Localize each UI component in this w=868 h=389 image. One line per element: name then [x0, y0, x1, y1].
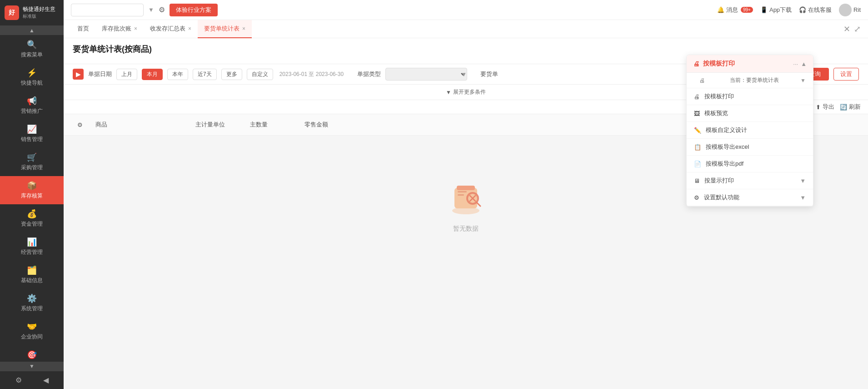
date-btn-this-month[interactable]: 本月 — [142, 69, 163, 80]
tab-close-window-icon[interactable]: ✕ — [843, 24, 850, 34]
online-service-label: 在线客服 — [808, 6, 832, 14]
tab-expand-icon[interactable]: ⤢ — [854, 24, 861, 34]
print-dropdown-printer-icon: 🖨 — [693, 60, 699, 67]
tab-home[interactable]: 首页 — [71, 20, 95, 38]
sidebar-item-quick-nav[interactable]: ⚡ 快捷导航 — [0, 63, 64, 91]
col-header-check[interactable]: ⚙ — [73, 119, 91, 131]
empty-text: 暂无数据 — [453, 225, 479, 233]
template-print-icon: 🖨 — [694, 93, 700, 100]
date-btn-this-year[interactable]: 本年 — [167, 69, 188, 80]
template-design-icon: ✏️ — [694, 127, 701, 134]
print-dropdown-collapse-icon[interactable]: ▲ — [801, 61, 807, 67]
topbar-gear-icon[interactable]: ⚙ — [159, 5, 165, 14]
message-btn[interactable]: 🔔 消息 99+ — [717, 6, 753, 14]
sidebar-item-label: 企业协同 — [21, 333, 43, 341]
print-dropdown: 🖨 按模板打印 ··· ▲ 🖨 当前：要货单统计表 ▼ 🖨 按模板打印 🖼 模 — [686, 55, 813, 207]
sidebar-nav: 🔍 搜索菜单 ⚡ 快捷导航 📢 营销推广 📈 销售管理 🛒 采购管理 📦 库存核… — [0, 35, 64, 362]
online-service-btn[interactable]: 🎧 在线客服 — [799, 6, 832, 14]
sidebar-item-inventory[interactable]: 📦 库存核算 — [0, 176, 64, 204]
template-preview-label: 模板预览 — [704, 109, 728, 117]
chart-icon: 📈 — [27, 124, 37, 134]
app-download-btn[interactable]: 📱 App下载 — [760, 6, 792, 14]
dropdown-item-template-preview[interactable]: 🖼 模板预览 — [687, 105, 813, 122]
tab-order-stats-close[interactable]: × — [242, 25, 245, 32]
refresh-btn[interactable]: 🔄 刷新 — [840, 103, 861, 111]
tab-order-stats[interactable]: 要货单统计表 × — [198, 20, 252, 38]
dropdown-item-template-pdf[interactable]: 📄 按模板导出pdf — [687, 156, 813, 172]
default-func-icon: ⚙ — [694, 194, 699, 201]
sidebar-item-label: 营销推广 — [21, 107, 43, 115]
extra-filter-label: 要货单 — [480, 70, 498, 78]
date-btn-more[interactable]: 更多 — [221, 69, 242, 80]
date-btn-7days[interactable]: 近7天 — [193, 69, 217, 80]
app-version: 标准版 — [23, 13, 55, 20]
tab-receipts-summary-close[interactable]: × — [188, 25, 191, 32]
tab-inventory-batch-close[interactable]: × — [134, 25, 137, 32]
sidebar-settings-icon[interactable]: ⚙ — [15, 376, 22, 384]
sidebar-item-corp[interactable]: 🤝 企业协同 — [0, 317, 64, 345]
sidebar-item-purchase[interactable]: 🛒 采购管理 — [0, 148, 64, 176]
current-template-arrow[interactable]: ▼ — [800, 77, 806, 84]
dropdown-sub-display-print[interactable]: 🖥 按显示打印 ▼ — [687, 172, 813, 189]
topbar: ▼ ⚙ 体验行业方案 🔔 消息 99+ 📱 App下载 🎧 在线客服 Rit — [64, 0, 868, 20]
dropdown-item-template-design[interactable]: ✏️ 模板自定义设计 — [687, 122, 813, 139]
sidebar-item-search[interactable]: 🔍 搜索菜单 — [0, 35, 64, 63]
print-dropdown-controls: ··· ▲ — [793, 61, 807, 67]
export-btn-label: 导出 — [823, 103, 834, 111]
sidebar-scroll-down[interactable]: ▼ — [0, 362, 64, 371]
toolbar-expand-btn[interactable]: ▶ — [73, 69, 84, 80]
cart-icon: 🛒 — [27, 152, 37, 162]
app-download-label: App下载 — [769, 6, 792, 14]
col-header-qty: 主数量 — [245, 118, 300, 131]
settings-btn[interactable]: 设置 — [833, 68, 859, 81]
dropdown-item-template-print[interactable]: 🖨 按模板打印 — [687, 88, 813, 105]
dropdown-item-template-excel[interactable]: 📋 按模板导出excel — [687, 139, 813, 156]
tabs-bar: 首页 库存批次账 × 收发存汇总表 × 要货单统计表 × ✕ ⤢ — [64, 20, 868, 38]
sidebar-item-label: 采购管理 — [21, 164, 43, 172]
template-excel-icon: 📋 — [694, 144, 701, 151]
col-header-unit: 主计量单位 — [191, 118, 245, 131]
svg-rect-2 — [457, 186, 475, 190]
date-btn-custom[interactable]: 自定义 — [247, 69, 273, 80]
sidebar-toggle-icon[interactable]: ◀ — [43, 376, 49, 384]
print-dropdown-more-icon[interactable]: ··· — [793, 61, 798, 67]
topbar-chevron-icon[interactable]: ▼ — [148, 6, 154, 13]
tab-receipts-summary[interactable]: 收发存汇总表 × — [144, 20, 198, 38]
display-print-label: 按显示打印 — [704, 177, 734, 185]
date-btn-last-month[interactable]: 上月 — [116, 69, 137, 80]
template-pdf-label: 按模板导出pdf — [706, 160, 743, 168]
template-excel-label: 按模板导出excel — [706, 143, 749, 151]
topbar-search-input[interactable] — [71, 4, 144, 16]
money-icon: 💰 — [27, 209, 37, 219]
sidebar-scroll-up[interactable]: ▲ — [0, 26, 64, 35]
sidebar-item-newbie[interactable]: 🎯 新手引导 — [0, 345, 64, 362]
sidebar-item-operation[interactable]: 📊 经营管理 — [0, 232, 64, 261]
app-logo: 好 畅捷通好生意 标准版 — [0, 0, 64, 26]
tab-window-controls: ✕ ⤢ — [843, 24, 861, 34]
sidebar-item-finance[interactable]: 💰 资金管理 — [0, 204, 64, 232]
sidebar-item-system[interactable]: ⚙️ 系统管理 — [0, 289, 64, 317]
display-print-arrow: ▼ — [800, 177, 806, 184]
search-icon: 🔍 — [27, 40, 37, 50]
sidebar: 好 畅捷通好生意 标准版 ▲ 🔍 搜索菜单 ⚡ 快捷导航 📢 营销推广 📈 销售… — [0, 0, 64, 389]
app-name: 畅捷通好生意 — [23, 6, 55, 13]
export-btn[interactable]: ⬆ 导出 — [816, 103, 834, 111]
user-avatar[interactable]: Rit — [839, 4, 861, 16]
username-label: Rit — [853, 6, 861, 13]
industry-btn[interactable]: 体验行业方案 — [170, 4, 218, 16]
tab-inventory-batch[interactable]: 库存批次账 × — [95, 20, 144, 38]
operation-icon: 📊 — [27, 237, 37, 247]
print-dropdown-current: 🖨 当前：要货单统计表 ▼ — [687, 73, 813, 88]
sidebar-item-base[interactable]: 🗂️ 基础信息 — [0, 261, 64, 289]
expand-more-btn[interactable]: ▼ 展开更多条件 — [446, 88, 486, 96]
sidebar-item-label: 库存核算 — [21, 192, 43, 200]
sidebar-item-marketing[interactable]: 📢 营销推广 — [0, 91, 64, 120]
sidebar-item-sales[interactable]: 📈 销售管理 — [0, 120, 64, 148]
dropdown-sub-default-func[interactable]: ⚙ 设置默认功能 ▼ — [687, 189, 813, 206]
col-header-goods: 商品 — [91, 118, 191, 131]
expand-chevron-icon: ▼ — [446, 89, 451, 96]
svg-rect-8 — [458, 194, 464, 196]
sidebar-item-label: 基础信息 — [21, 277, 43, 284]
type-filter-select[interactable] — [385, 68, 467, 81]
service-icon: 🎧 — [799, 6, 806, 13]
